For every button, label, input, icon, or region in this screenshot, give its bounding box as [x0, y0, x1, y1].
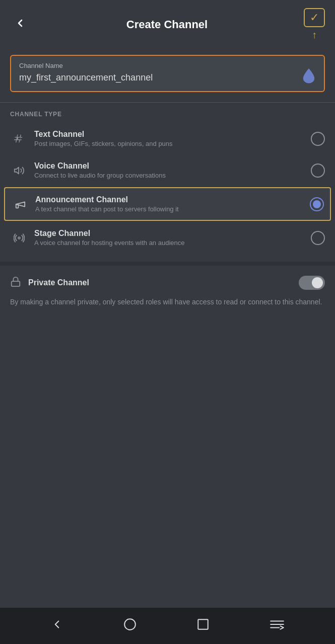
svg-rect-4: [198, 619, 208, 629]
announcement-channel-info: Announcement Channel A text channel that…: [29, 195, 310, 213]
speaker-icon: [10, 165, 28, 176]
content-spacer: [0, 319, 335, 608]
toggle-knob: [312, 277, 323, 288]
checkmark-icon: ✓: [310, 11, 319, 24]
arrow-up-icon: ↑: [312, 29, 317, 41]
nav-back-button[interactable]: [50, 618, 63, 634]
text-channel-radio[interactable]: [311, 132, 325, 146]
hash-icon: [10, 133, 28, 144]
channel-type-section-label: CHANNEL TYPE: [0, 103, 335, 123]
section-divider: [0, 262, 335, 266]
private-channel-section: Private Channel: [0, 266, 335, 297]
channel-name-label: Channel Name: [19, 62, 316, 69]
voice-channel-radio[interactable]: [311, 164, 325, 178]
header: Create Channel ✓ ↑: [0, 0, 335, 49]
drop-icon: [302, 67, 316, 84]
channel-name-section: Channel Name: [10, 55, 325, 92]
lock-icon: [10, 276, 21, 290]
nav-recents-button[interactable]: [196, 618, 210, 634]
channel-name-input[interactable]: [19, 72, 298, 83]
nav-home-button[interactable]: [123, 618, 137, 634]
stage-channel-radio[interactable]: [311, 231, 325, 245]
stage-channel-info: Stage Channel A voice channel for hostin…: [28, 229, 311, 247]
private-channel-toggle[interactable]: [299, 276, 325, 290]
voice-channel-desc: Connect to live audio for group conversa…: [34, 172, 305, 179]
svg-rect-2: [12, 281, 20, 286]
page-title: Create Channel: [126, 18, 208, 31]
confirm-button[interactable]: ✓: [304, 8, 325, 27]
stage-channel-desc: A voice channel for hosting events with …: [34, 239, 305, 247]
announcement-channel-desc: A text channel that can post to servers …: [35, 205, 304, 213]
stage-icon: [10, 232, 28, 244]
megaphone-icon: [11, 199, 29, 210]
svg-marker-0: [15, 167, 19, 174]
radio-inner-dot: [313, 200, 321, 208]
channel-type-voice[interactable]: Voice Channel Connect to live audio for …: [0, 154, 335, 186]
voice-channel-info: Voice Channel Connect to live audio for …: [28, 162, 311, 179]
nav-notifications-button[interactable]: [270, 618, 285, 634]
stage-channel-name: Stage Channel: [34, 229, 305, 238]
announcement-channel-radio[interactable]: [310, 197, 324, 211]
text-channel-desc: Post images, GIFs, stickers, opinions, a…: [34, 140, 305, 147]
text-channel-name: Text Channel: [34, 130, 305, 139]
announcement-channel-name: Announcement Channel: [35, 195, 304, 204]
channel-type-announcement[interactable]: Announcement Channel A text channel that…: [4, 187, 331, 221]
svg-point-1: [18, 237, 20, 239]
channel-type-stage[interactable]: Stage Channel A voice channel for hostin…: [0, 222, 335, 254]
text-channel-info: Text Channel Post images, GIFs, stickers…: [28, 130, 311, 147]
private-channel-label: Private Channel: [28, 278, 89, 287]
confirm-btn-wrapper: ✓ ↑: [304, 8, 325, 41]
channel-type-text[interactable]: Text Channel Post images, GIFs, stickers…: [0, 123, 335, 154]
private-channel-desc: By making a channel private, only select…: [0, 297, 335, 319]
private-channel-left: Private Channel: [10, 276, 89, 290]
back-button[interactable]: [10, 15, 30, 34]
voice-channel-name: Voice Channel: [34, 162, 305, 171]
bottom-nav: [0, 608, 335, 644]
svg-point-3: [124, 619, 136, 630]
